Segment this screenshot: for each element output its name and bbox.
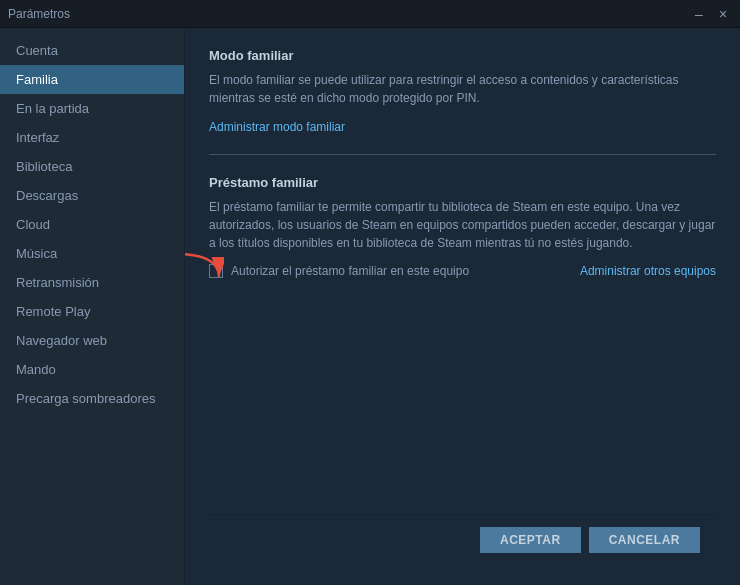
- sidebar-item-navegador-web[interactable]: Navegador web: [0, 326, 184, 355]
- title-bar: Parámetros – ×: [0, 0, 740, 28]
- sidebar-item-familia[interactable]: Familia: [0, 65, 184, 94]
- sidebar-item-precarga[interactable]: Precarga sombreadores: [0, 384, 184, 413]
- section1-description: El modo familiar se puede utilizar para …: [209, 71, 716, 107]
- accept-button[interactable]: ACEPTAR: [480, 527, 581, 553]
- minimize-button[interactable]: –: [690, 6, 708, 22]
- main-container: Cuenta Familia En la partida Interfaz Bi…: [0, 28, 740, 585]
- sidebar-item-retransmision[interactable]: Retransmisión: [0, 268, 184, 297]
- sidebar-item-interfaz[interactable]: Interfaz: [0, 123, 184, 152]
- section2-description: El préstamo familiar te permite comparti…: [209, 198, 716, 252]
- checkbox-row: Autorizar el préstamo familiar en este e…: [209, 264, 716, 278]
- cancel-button[interactable]: CANCELAR: [589, 527, 700, 553]
- content-area: Modo familiar El modo familiar se puede …: [185, 28, 740, 585]
- sidebar-item-biblioteca[interactable]: Biblioteca: [0, 152, 184, 181]
- sidebar-item-descargas[interactable]: Descargas: [0, 181, 184, 210]
- section-divider: [209, 154, 716, 155]
- window-title: Parámetros: [8, 7, 70, 21]
- section-prestamo-familiar: Préstamo familiar El préstamo familiar t…: [209, 175, 716, 278]
- section2-title: Préstamo familiar: [209, 175, 716, 190]
- bottom-bar: ACEPTAR CANCELAR: [209, 514, 716, 565]
- sidebar-item-cuenta[interactable]: Cuenta: [0, 36, 184, 65]
- checkbox-left: Autorizar el préstamo familiar en este e…: [209, 264, 469, 278]
- section-modo-familiar: Modo familiar El modo familiar se puede …: [209, 48, 716, 134]
- sidebar-item-musica[interactable]: Música: [0, 239, 184, 268]
- administrar-modo-familiar-link[interactable]: Administrar modo familiar: [209, 120, 345, 134]
- close-button[interactable]: ×: [714, 6, 732, 22]
- checkbox-label: Autorizar el préstamo familiar en este e…: [231, 264, 469, 278]
- sidebar-item-mando[interactable]: Mando: [0, 355, 184, 384]
- administrar-otros-equipos-link[interactable]: Administrar otros equipos: [580, 264, 716, 278]
- sidebar-item-en-la-partida[interactable]: En la partida: [0, 94, 184, 123]
- section1-title: Modo familiar: [209, 48, 716, 63]
- sidebar-item-remote-play[interactable]: Remote Play: [0, 297, 184, 326]
- red-arrow-indicator: [185, 249, 224, 292]
- window-controls: – ×: [690, 6, 732, 22]
- sidebar: Cuenta Familia En la partida Interfaz Bi…: [0, 28, 185, 585]
- sidebar-item-cloud[interactable]: Cloud: [0, 210, 184, 239]
